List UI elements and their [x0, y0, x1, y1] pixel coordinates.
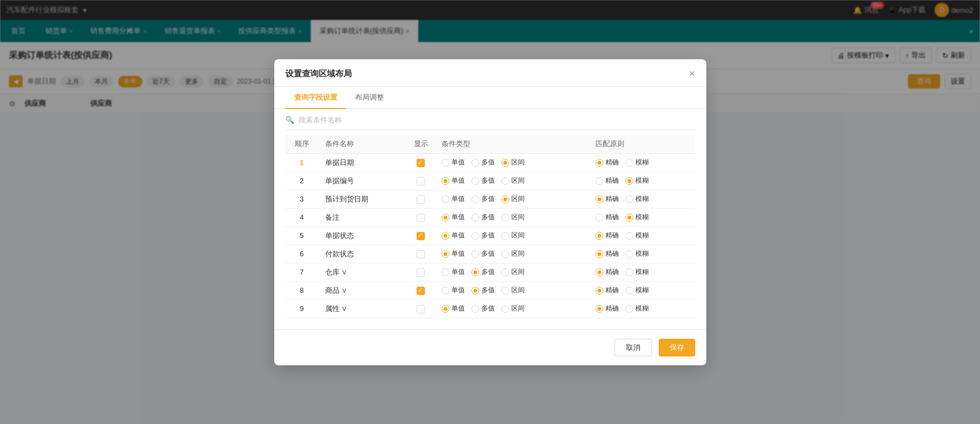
dialog-title: 设置查询区域布局 [285, 69, 352, 79]
dialog-tab-bar: 查询字段设置 布局调整 [274, 87, 706, 109]
dialog-body: 🔍 顺序 条件名称 显示 条件类型 匹配原则 [274, 109, 706, 114]
dialog-close-button[interactable]: × [689, 68, 695, 80]
dialog-tab-layout-label: 布局调整 [355, 93, 384, 101]
settings-dialog: 设置查询区域布局 × 查询字段设置 布局调整 🔍 [274, 59, 706, 114]
dialog-tab-layout[interactable]: 布局调整 [346, 87, 393, 109]
dialog-tab-query-label: 查询字段设置 [294, 93, 337, 101]
dialog-overlay: 设置查询区域布局 × 查询字段设置 布局调整 🔍 [0, 0, 980, 113]
dialog-tab-query-fields[interactable]: 查询字段设置 [285, 87, 346, 109]
dialog-header: 设置查询区域布局 × [274, 59, 706, 87]
